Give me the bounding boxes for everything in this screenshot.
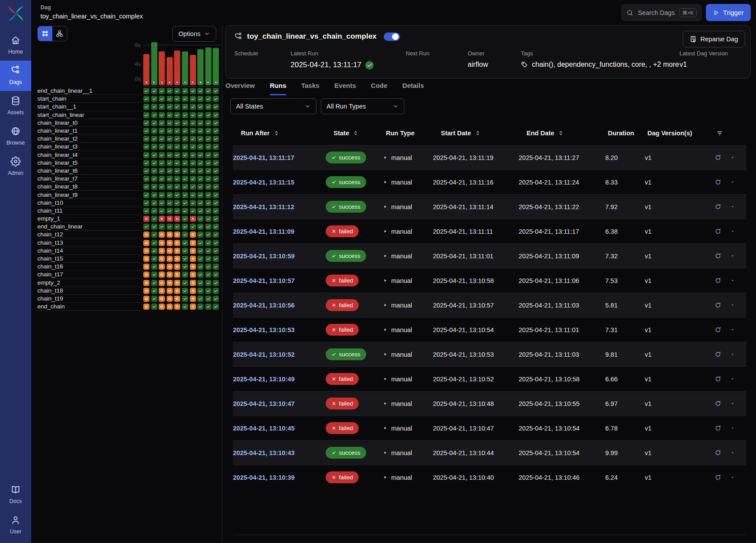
task-instance-success[interactable] [182,304,188,310]
task-instance-upstream_failed[interactable] [167,264,173,270]
task-name[interactable]: start_chain__1 [37,103,143,111]
panel-splitter[interactable] [222,25,222,543]
task-instance-upstream_failed[interactable] [174,272,180,278]
task-instance-upstream_failed[interactable] [167,248,173,254]
clear-run-button[interactable] [715,277,721,284]
run-after-link[interactable]: 2025-04-21, 13:10:49 [233,376,294,383]
task-instance-success[interactable] [213,96,219,102]
task-instance-success[interactable] [182,120,188,126]
task-instance-success[interactable] [205,168,211,174]
task-instance-success[interactable] [213,200,219,206]
tab-code[interactable]: Code [371,82,388,95]
task-instance-success[interactable] [151,248,157,254]
task-instance-success[interactable] [197,200,204,206]
task-instance-success[interactable] [159,96,165,102]
task-instance-success[interactable] [167,184,173,190]
task-instance-success[interactable] [151,96,157,102]
task-instance-success[interactable] [205,192,211,198]
task-instance-success[interactable] [159,120,165,126]
task-instance-upstream_failed[interactable] [167,240,173,246]
task-instance-success[interactable] [205,272,211,278]
task-instance-success[interactable] [205,184,211,190]
task-instance-success[interactable] [159,168,165,174]
task-instance-upstream_failed[interactable] [167,288,173,294]
task-instance-upstream_failed[interactable] [159,288,165,294]
task-name[interactable]: chain_t17 [37,271,143,279]
task-instance-success[interactable] [182,216,188,222]
task-instance-upstream_failed[interactable] [159,248,165,254]
task-instance-success[interactable] [213,176,219,182]
run-duration-bar[interactable] [213,48,219,85]
task-instance-success[interactable] [174,128,180,134]
sidebar-item-user[interactable]: User [0,510,31,540]
task-instance-success[interactable] [213,224,219,230]
task-instance-success[interactable] [197,152,204,158]
task-instance-upstream_failed[interactable] [190,296,196,302]
task-instance-success[interactable] [205,128,211,134]
run-options-caret[interactable] [730,155,735,160]
task-instance-success[interactable] [182,112,188,118]
task-instance-upstream_failed[interactable] [143,304,149,310]
task-instance-success[interactable] [205,208,211,214]
task-instance-upstream_failed[interactable] [159,256,165,262]
task-instance-success[interactable] [213,248,219,254]
task-instance-success[interactable] [205,152,211,158]
task-instance-success[interactable] [159,112,165,118]
task-instance-upstream_failed[interactable] [174,304,180,310]
clear-run-button[interactable] [715,400,721,407]
task-instance-success[interactable] [151,296,157,302]
task-instance-success[interactable] [182,160,188,166]
task-instance-success[interactable] [159,192,165,198]
task-instance-success[interactable] [174,120,180,126]
task-instance-success[interactable] [197,120,204,126]
task-instance-success[interactable] [151,104,157,110]
task-instance-success[interactable] [182,104,188,110]
task-instance-success[interactable] [190,152,196,158]
task-instance-success[interactable] [213,304,219,310]
task-instance-upstream_failed[interactable] [190,288,196,294]
run-options-caret[interactable] [730,401,735,406]
task-instance-success[interactable] [182,96,188,102]
task-instance-success[interactable] [151,200,157,206]
task-instance-success[interactable] [205,280,211,286]
task-instance-success[interactable] [159,104,165,110]
task-instance-success[interactable] [174,104,180,110]
task-instance-success[interactable] [190,96,196,102]
task-instance-success[interactable] [213,160,219,166]
task-instance-success[interactable] [159,136,165,142]
task-instance-success[interactable] [182,192,188,198]
task-instance-success[interactable] [174,136,180,142]
task-instance-success[interactable] [205,120,211,126]
clear-run-button[interactable] [715,376,721,382]
sidebar-item-docs[interactable]: Docs [0,480,31,510]
task-instance-success[interactable] [167,112,173,118]
task-instance-success[interactable] [151,152,157,158]
task-instance-success[interactable] [190,184,196,190]
task-instance-upstream_failed[interactable] [159,296,165,302]
task-instance-success[interactable] [205,240,211,246]
task-instance-success[interactable] [182,136,188,142]
task-instance-success[interactable] [190,88,196,94]
task-instance-success[interactable] [190,168,196,174]
run-duration-bar[interactable] [197,49,204,85]
task-name[interactable]: chain_t14 [37,247,143,255]
run-after-link[interactable]: 2025-04-21, 13:10:47 [233,400,294,407]
run-after-link[interactable]: 2025-04-21, 13:11:12 [233,203,294,210]
task-instance-success[interactable] [205,144,211,150]
task-instance-success[interactable] [205,136,211,142]
task-instance-success[interactable] [197,248,204,254]
clear-run-button[interactable] [715,326,721,333]
task-instance-success[interactable] [197,232,204,238]
task-name[interactable]: chain_linear_t1 [37,127,143,135]
task-instance-upstream_failed[interactable] [190,256,196,262]
task-instance-success[interactable] [174,88,180,94]
run-options-caret[interactable] [730,475,735,480]
task-instance-upstream_failed[interactable] [143,272,149,278]
task-instance-success[interactable] [151,232,157,238]
task-instance-success[interactable] [213,168,219,174]
run-options-caret[interactable] [730,229,735,234]
task-instance-success[interactable] [190,120,196,126]
task-instance-success[interactable] [143,224,149,230]
task-instance-success[interactable] [182,280,188,286]
task-instance-success[interactable] [174,208,180,214]
